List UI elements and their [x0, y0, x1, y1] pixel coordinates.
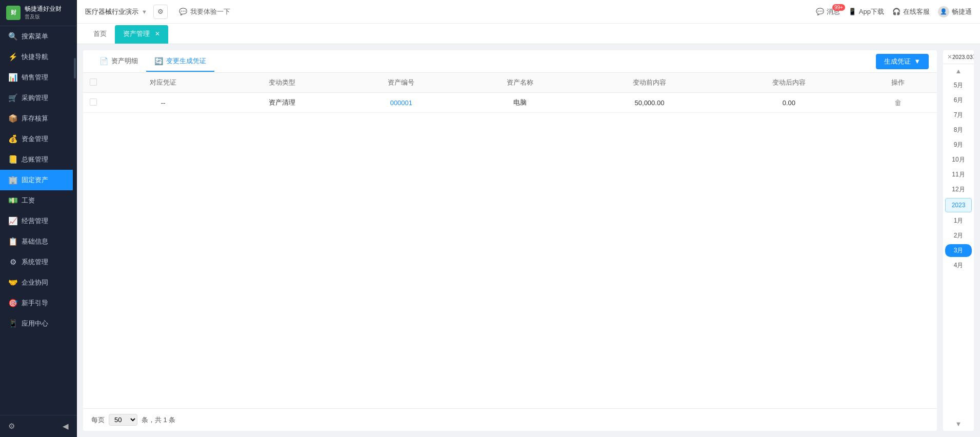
date-item[interactable]: 6月 — [943, 93, 974, 108]
logo-text: 畅捷通好业财 — [25, 5, 62, 13]
table-header-row: 对应凭证 变动类型 资产编号 资产名称 — [83, 73, 937, 93]
date-item[interactable]: 11月 — [943, 167, 974, 182]
sidebar-item-sales[interactable]: 📊销售管理 — [0, 67, 73, 88]
sidebar-icon-search: 🔍 — [8, 32, 17, 41]
tab-asset-mgmt[interactable]: 资产管理 ✕ — [115, 25, 168, 44]
row-asset-name: 电脑 — [461, 93, 579, 113]
generate-voucher-btn-arrow: ▼ — [914, 57, 921, 65]
app-download-label: App下载 — [859, 7, 884, 16]
user-label: 畅捷通 — [952, 7, 972, 16]
sidebar-label-funds: 资金管理 — [22, 134, 48, 144]
sidebar-item-search[interactable]: 🔍搜索菜单 — [0, 26, 73, 47]
date-item[interactable]: 1月 — [943, 213, 974, 228]
date-item[interactable]: 5月 — [943, 78, 974, 93]
sidebar-label-guide: 新手引导 — [22, 299, 48, 308]
generate-voucher-icon: 🔄 — [154, 57, 163, 65]
tab-home[interactable]: 首页 — [85, 25, 115, 44]
topbar-settings-btn[interactable]: ⚙ — [153, 5, 168, 19]
date-item[interactable]: 3月 — [945, 244, 972, 257]
sidebar-item-funds[interactable]: 💰资金管理 — [0, 129, 73, 149]
date-panel: ✕ 2023.03 ⛶ ▲ 5月6月7月8月9月10月11月12月20231月2… — [943, 50, 974, 431]
sidebar-item-purchase[interactable]: 🛒采购管理 — [0, 88, 73, 108]
date-item[interactable]: 7月 — [943, 108, 974, 123]
collapse-icon[interactable]: ◀ — [63, 422, 69, 431]
col-change-type: 变动类型 — [223, 73, 342, 93]
company-arrow-icon: ▼ — [142, 9, 147, 15]
sidebar-icon-basic-info: 📋 — [8, 237, 17, 246]
asset-detail-icon: 📄 — [99, 57, 108, 65]
date-nav-up-btn[interactable]: ▲ — [943, 64, 974, 78]
data-table: 对应凭证 变动类型 资产编号 资产名称 — [83, 73, 937, 113]
sidebar-label-payroll: 工资 — [22, 196, 35, 205]
sidebar-icon-collab: 🤝 — [8, 278, 17, 287]
feedback-icon: 💬 — [179, 8, 187, 15]
col-checkbox — [83, 73, 104, 93]
sidebar-icon-operations: 📈 — [8, 216, 17, 226]
row-asset-code[interactable]: 000001 — [342, 93, 461, 113]
date-item[interactable]: 9月 — [943, 137, 974, 152]
sidebar-item-app-center[interactable]: 📱应用中心 — [0, 313, 73, 334]
sidebar-icon-quick-nav: ⚡ — [8, 52, 17, 62]
row-after-change: 0.00 — [719, 93, 858, 113]
tab-home-label: 首页 — [93, 30, 107, 37]
total-label: 条，共 1 条 — [142, 415, 175, 425]
date-item[interactable]: 4月 — [943, 258, 974, 273]
app-download-btn[interactable]: 📱 App下载 — [848, 7, 884, 16]
tab-close-icon[interactable]: ✕ — [155, 30, 160, 37]
delete-row-btn[interactable]: 🗑 — [894, 98, 902, 107]
sidebar-icon-ledger: 📒 — [8, 155, 17, 164]
date-item[interactable]: 2023 — [945, 198, 972, 212]
tabbar: 首页 资产管理 ✕ — [77, 24, 980, 44]
subtab-asset-detail[interactable]: 📄 资产明细 — [91, 51, 146, 72]
sidebar-item-basic-info[interactable]: 📋基础信息 — [0, 231, 73, 252]
table-wrapper: 对应凭证 变动类型 资产编号 资产名称 — [83, 73, 937, 408]
customer-service-btn[interactable]: 🎧 在线客服 — [892, 7, 930, 16]
page-size-label: 每页 — [91, 415, 105, 425]
row-change-type: 资产清理 — [223, 93, 342, 113]
row-voucher: -- — [104, 93, 223, 113]
sidebar-icon-fixed-assets: 🏢 — [8, 175, 17, 185]
topbar-right: 💬 消息 99+ 📱 App下载 🎧 在线客服 👤 畅捷通 — [816, 6, 972, 17]
sidebar-icon-payroll: 💵 — [8, 196, 17, 205]
tab-asset-mgmt-label: 资产管理 — [123, 30, 150, 37]
col-voucher: 对应凭证 — [104, 73, 223, 93]
sidebar-item-guide[interactable]: 🎯新手引导 — [0, 293, 73, 313]
date-panel-close-btn[interactable]: ✕ — [947, 53, 952, 61]
table-body: -- 资产清理 000001 电脑 — [83, 93, 937, 113]
table-row: -- 资产清理 000001 电脑 — [83, 93, 937, 113]
date-nav-down-btn[interactable]: ▼ — [943, 417, 974, 431]
select-all-checkbox[interactable] — [90, 78, 97, 86]
row-checkbox[interactable] — [90, 98, 97, 106]
date-item[interactable]: 8月 — [943, 123, 974, 137]
sidebar-label-purchase: 采购管理 — [22, 93, 48, 103]
sidebar-item-fixed-assets[interactable]: 🏢固定资产 — [0, 170, 73, 190]
sidebar-item-collab[interactable]: 🤝企业协同 — [0, 272, 73, 293]
sidebar-item-system[interactable]: ⚙系统管理 — [0, 252, 73, 272]
sidebar-item-inventory[interactable]: 📦库存核算 — [0, 108, 73, 129]
sidebar-bottom: ⚙ ◀ — [0, 415, 77, 437]
app-logo: 财 畅捷通好业财 普及版 — [0, 0, 77, 26]
date-item[interactable]: 12月 — [943, 182, 974, 197]
col-action: 操作 — [858, 73, 937, 93]
subtab-generate-voucher[interactable]: 🔄 变更生成凭证 — [146, 51, 214, 72]
page-size-select[interactable]: 50 10 20 100 — [109, 414, 137, 426]
row-checkbox-cell — [83, 93, 104, 113]
logo-icon: 财 — [6, 6, 21, 20]
date-item[interactable]: 10月 — [943, 152, 974, 167]
sidebar-item-operations[interactable]: 📈经营管理 — [0, 211, 73, 231]
date-item[interactable]: 2月 — [943, 228, 974, 243]
sidebar-item-quick-nav[interactable]: ⚡快捷导航 — [0, 47, 73, 67]
date-panel-expand-btn[interactable]: ⛶ — [973, 53, 974, 61]
customer-service-label: 在线客服 — [903, 7, 930, 16]
sidebar-icon-sales: 📊 — [8, 73, 17, 82]
generate-voucher-btn[interactable]: 生成凭证 ▼ — [876, 54, 929, 69]
sidebar-item-ledger[interactable]: 📒总账管理 — [0, 149, 73, 170]
message-btn[interactable]: 💬 消息 99+ — [816, 7, 840, 16]
sidebar-scrollbar — [73, 26, 77, 415]
user-btn[interactable]: 👤 畅捷通 — [938, 6, 972, 17]
sidebar-item-payroll[interactable]: 💵工资 — [0, 190, 73, 211]
company-selector[interactable]: 医疗器械行业演示 ▼ — [85, 7, 147, 16]
feedback-btn[interactable]: 💬 我要体验一下 — [174, 5, 235, 18]
settings-icon[interactable]: ⚙ — [8, 422, 15, 431]
company-name: 医疗器械行业演示 — [85, 7, 138, 16]
